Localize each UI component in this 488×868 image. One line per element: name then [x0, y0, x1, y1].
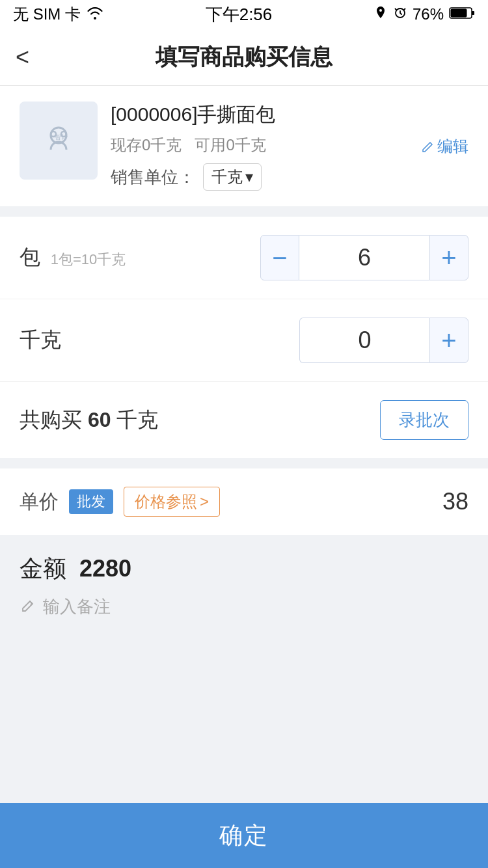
product-unit-row: 销售单位： 千克 ▾ [111, 163, 468, 191]
status-bar: 无 SIM 卡 下午2:56 76% [0, 0, 488, 29]
kg-plus-button[interactable]: + [429, 318, 468, 363]
page-title: 填写商品购买信息 [156, 42, 332, 72]
bao-quantity-input[interactable] [299, 235, 429, 280]
pencil-icon [20, 596, 36, 617]
battery-label: 76% [413, 5, 444, 23]
kg-quantity-input[interactable] [299, 318, 429, 363]
chevron-down-icon: ▾ [245, 168, 253, 186]
kg-label: 千克 [20, 326, 299, 355]
product-image: 智计 [20, 102, 98, 180]
price-type-tag: 批发 [69, 489, 113, 514]
confirm-button[interactable]: 确定 [0, 803, 488, 868]
unit-select[interactable]: 千克 ▾ [203, 163, 262, 191]
quantity-section: 包 1包=10千克 − + 千克 + 共购买 60 千克 录批次 [0, 217, 488, 458]
product-info: [0000006]手撕面包 现存0千克 可用0千克 销售单位： 千克 ▾ [111, 102, 468, 191]
remark-row[interactable]: 输入备注 [20, 595, 468, 618]
edit-button[interactable]: 编辑 [420, 136, 468, 157]
total-row: 共购买 60 千克 录批次 [0, 382, 488, 458]
bao-label: 包 1包=10千克 [20, 243, 260, 272]
status-time: 下午2:56 [206, 3, 273, 26]
chevron-right-icon: > [200, 493, 209, 511]
location-icon [373, 5, 388, 23]
kg-quantity-row: 千克 + [0, 299, 488, 382]
battery-icon [449, 5, 475, 23]
nav-bar: < 填写商品购买信息 [0, 29, 488, 86]
product-stock: 现存0千克 可用0千克 [111, 135, 468, 156]
svg-rect-2 [472, 11, 474, 15]
batch-button[interactable]: 录批次 [380, 400, 468, 440]
wifi-icon [86, 5, 104, 23]
bao-controls: − + [260, 235, 468, 280]
amount-section: 金额 2280 输入备注 [0, 535, 488, 631]
carrier-label: 无 SIM 卡 [13, 4, 81, 25]
bao-plus-button[interactable]: + [429, 235, 468, 280]
price-row: 单价 批发 价格参照 > 38 [20, 487, 468, 517]
price-value: 38 [442, 488, 468, 515]
status-right: 76% [373, 5, 475, 23]
total-text: 共购买 60 千克 [20, 406, 158, 435]
content-spacer [0, 631, 488, 761]
back-button[interactable]: < [16, 44, 29, 71]
bao-minus-button[interactable]: − [260, 235, 299, 280]
bao-quantity-row: 包 1包=10千克 − + [0, 217, 488, 299]
price-ref-button[interactable]: 价格参照 > [124, 487, 220, 517]
remark-label: 输入备注 [43, 595, 111, 618]
amount-row: 金额 2280 [20, 553, 468, 585]
kg-controls: + [299, 318, 468, 363]
svg-text:智计: 智计 [55, 133, 68, 141]
product-card: 智计 [0000006]手撕面包 现存0千克 可用0千克 销售单位： 千克 ▾ … [0, 86, 488, 206]
alarm-icon [393, 5, 407, 23]
svg-rect-3 [450, 9, 467, 18]
price-label: 单价 [20, 489, 59, 515]
product-name: [0000006]手撕面包 [111, 102, 468, 128]
price-section: 单价 批发 价格参照 > 38 [0, 468, 488, 535]
status-left: 无 SIM 卡 [13, 4, 104, 25]
